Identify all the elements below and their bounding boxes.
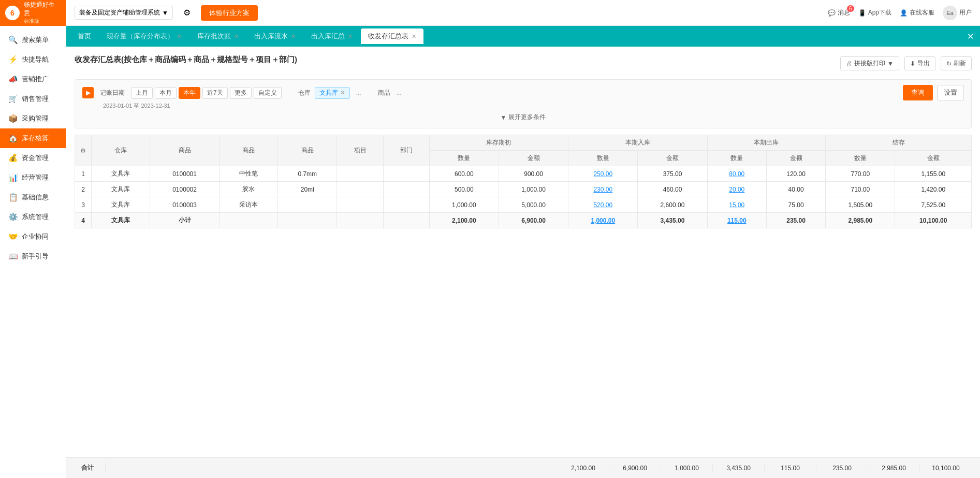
- row-project: [337, 197, 383, 213]
- row-out-qty-link[interactable]: 15.00: [729, 201, 744, 209]
- row-code: 0100003: [150, 197, 219, 213]
- service-label: 在线客服: [910, 8, 934, 17]
- filter-toggle-btn[interactable]: ▶: [82, 87, 94, 98]
- sidebar-item-guide[interactable]: 📖 新手引导: [0, 247, 66, 266]
- tab-home[interactable]: 首页: [70, 28, 98, 44]
- th-project: 项目: [337, 135, 383, 166]
- app-download-item[interactable]: 📱 App下载: [858, 8, 891, 17]
- th-open-amt: 金额: [499, 151, 568, 166]
- tab-in-out-summary[interactable]: 出入库汇总 ✕: [304, 28, 360, 44]
- sidebar-item-quick[interactable]: ⚡ 快捷导航: [0, 50, 66, 69]
- filter-row: ▶ 记账日期 上月 本月 本年 近7天 更多 自定义 仓库 文具库 ✕: [82, 85, 964, 100]
- row-spec: 20ml: [278, 182, 337, 197]
- goods-label: 商品: [378, 89, 390, 97]
- row-in-qty-link[interactable]: 230.00: [593, 186, 612, 193]
- sidebar-item-sales[interactable]: 🛒 销售管理: [0, 89, 66, 109]
- tab-recv-send[interactable]: 收发存汇总表 ✕: [361, 28, 423, 44]
- goods-filter: 商品 ...: [378, 89, 402, 97]
- goods-more[interactable]: ...: [397, 89, 402, 96]
- print-icon: 🖨: [846, 60, 852, 67]
- date-btn-this-month[interactable]: 本月: [155, 87, 177, 99]
- tab-bar: 首页 现存量（库存分布表） ✕ 库存批次账 ✕ 出入库流水 ✕ 出入库汇总 ✕ …: [66, 26, 980, 47]
- tab-stock-dist[interactable]: 现存量（库存分布表） ✕: [99, 28, 189, 44]
- warehouse-remove-icon[interactable]: ✕: [340, 89, 345, 96]
- user-item[interactable]: Ea 用户: [943, 6, 972, 20]
- subtotal-in-qty-link[interactable]: 1,000.00: [591, 217, 615, 224]
- logo-line1: 畅捷通好生意: [24, 1, 61, 17]
- col-setting-header[interactable]: ⚙: [75, 135, 92, 166]
- sidebar-logo: 6 畅捷通好生意 标准版: [0, 0, 66, 26]
- sidebar-item-finance[interactable]: 💰 资金管理: [0, 148, 66, 168]
- row-name: 胶水: [220, 182, 278, 197]
- row-open-amt: 900.00: [499, 166, 568, 182]
- experience-btn[interactable]: 体验行业方案: [201, 5, 258, 21]
- date-btn-7days[interactable]: 近7天: [202, 87, 228, 99]
- query-button[interactable]: 查询: [903, 85, 933, 100]
- tab-in-out-flow[interactable]: 出入库流水 ✕: [247, 28, 303, 44]
- date-btn-this-year[interactable]: 本年: [179, 87, 200, 99]
- tab-batch-label: 库存批次账: [197, 32, 231, 41]
- row-project: [337, 166, 383, 182]
- tab-recv-send-label: 收发存汇总表: [368, 32, 408, 41]
- tab-in-out-summary-close[interactable]: ✕: [348, 33, 353, 40]
- sales-icon: 🛒: [8, 94, 18, 104]
- subtotal-out-qty-link[interactable]: 115.00: [727, 217, 747, 224]
- date-btn-more[interactable]: 更多: [230, 87, 252, 99]
- warehouse-more[interactable]: ...: [356, 89, 361, 96]
- sidebar-item-marketing[interactable]: 📣 营销推广: [0, 69, 66, 89]
- sidebar-item-corp[interactable]: 🤝 企业协同: [0, 227, 66, 247]
- th-goods-code: 商品: [150, 135, 219, 166]
- row-open-qty: 500.00: [429, 182, 499, 197]
- th-warehouse: 仓库: [92, 135, 150, 166]
- print-btn[interactable]: 🖨 拼接版打印 ▼: [840, 56, 899, 70]
- table-row: 1 文具库 0100001 中性笔 0.7mm 600.00 900.00 25…: [75, 166, 972, 182]
- tab-batch-close[interactable]: ✕: [234, 33, 239, 40]
- sidebar-item-search[interactable]: 🔍 搜索菜单: [0, 30, 66, 50]
- row-out-qty-link[interactable]: 20.00: [729, 186, 744, 193]
- total-open-qty: 2,100.00: [558, 465, 609, 472]
- date-btn-last-month[interactable]: 上月: [131, 87, 153, 99]
- row-out-qty: 80.00: [707, 166, 766, 182]
- expand-label: 展开更多条件: [508, 113, 546, 122]
- sidebar-item-operation[interactable]: 📊 经营管理: [0, 168, 66, 187]
- expand-more-btn[interactable]: ▼ 展开更多条件: [82, 110, 964, 123]
- system-title-dropdown[interactable]: 装备及固定资产辅助管理系统 ▼: [75, 6, 173, 20]
- row-bal-qty: 1,505.00: [826, 197, 895, 213]
- set-button[interactable]: 设置: [937, 85, 964, 100]
- refresh-btn[interactable]: ↻ 刷新: [941, 56, 972, 70]
- tab-stock-dist-close[interactable]: ✕: [177, 33, 182, 40]
- user-label: 用户: [959, 8, 972, 17]
- refresh-icon: ↻: [946, 60, 952, 67]
- date-btn-custom[interactable]: 自定义: [254, 87, 282, 99]
- subtotal-dept: [383, 213, 429, 228]
- settings-dropdown[interactable]: ⚙: [181, 6, 193, 20]
- corp-icon: 🤝: [8, 232, 18, 241]
- row-name: 采访本: [220, 197, 278, 213]
- subtotal-bal-amt: 10,100.00: [895, 213, 972, 228]
- tab-batch[interactable]: 库存批次账 ✕: [190, 28, 246, 44]
- th-open-qty: 数量: [429, 151, 499, 166]
- th-in-period: 本期入库: [568, 135, 707, 151]
- row-code: 0100001: [150, 166, 219, 182]
- inventory-icon: 🏠: [8, 134, 18, 143]
- tab-recv-send-close[interactable]: ✕: [412, 33, 416, 40]
- export-btn[interactable]: ⬇ 导出: [904, 56, 935, 70]
- sidebar-item-search-label: 搜索菜单: [22, 35, 49, 45]
- sidebar-item-inventory[interactable]: 🏠 库存核算: [0, 128, 66, 148]
- row-in-qty-link[interactable]: 520.00: [593, 201, 612, 209]
- th-in-qty: 数量: [568, 151, 638, 166]
- guide-icon: 📖: [8, 252, 18, 261]
- sidebar-item-basic[interactable]: 📋 基础信息: [0, 187, 66, 207]
- service-item[interactable]: 👤 在线客服: [900, 8, 934, 17]
- top-header: 装备及固定资产辅助管理系统 ▼ ⚙ 体验行业方案 💬 6 消息 📱 App下载 …: [66, 0, 980, 26]
- msg-item[interactable]: 💬 6 消息: [828, 8, 850, 17]
- row-out-qty-link[interactable]: 80.00: [729, 170, 744, 178]
- sidebar-item-purchase[interactable]: 📦 采购管理: [0, 109, 66, 128]
- tab-bar-close-icon[interactable]: ✕: [965, 30, 976, 44]
- row-in-qty-link[interactable]: 250.00: [593, 170, 612, 178]
- subtotal-goods-spec: [278, 213, 337, 228]
- tab-in-out-flow-close[interactable]: ✕: [291, 33, 296, 40]
- sidebar-item-system[interactable]: ⚙️ 系统管理: [0, 207, 66, 227]
- refresh-label: 刷新: [954, 59, 966, 68]
- logo-icon: 6: [5, 6, 20, 20]
